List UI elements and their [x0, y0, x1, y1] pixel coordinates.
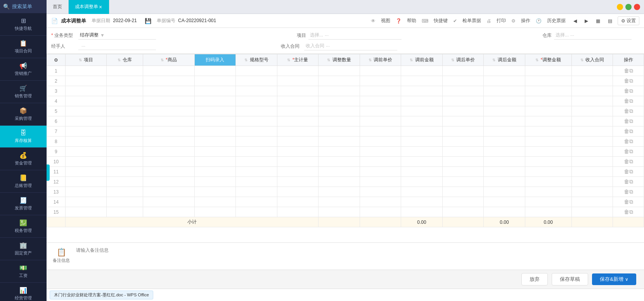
table-cell[interactable]	[277, 116, 319, 126]
table-cell[interactable]	[360, 76, 401, 86]
table-cell[interactable]	[277, 167, 319, 177]
copy-icon[interactable]: ⧉	[629, 158, 633, 164]
window-maximize[interactable]	[625, 4, 632, 10]
delete-icon[interactable]: 🗑	[624, 118, 629, 124]
table-cell[interactable]	[442, 96, 484, 106]
table-cell[interactable]	[319, 106, 360, 116]
table-cell[interactable]	[484, 167, 525, 177]
table-cell[interactable]	[236, 76, 277, 86]
discard-button[interactable]: 放弃	[521, 273, 548, 285]
delete-icon[interactable]: 🗑	[624, 189, 629, 195]
sidebar-item-fixed-assets[interactable]: 🏢 固定资产	[0, 238, 47, 260]
table-cell[interactable]	[65, 126, 107, 137]
delete-icon[interactable]: 🗑	[624, 148, 629, 154]
shortcut-btn[interactable]: 快捷键	[431, 17, 450, 25]
table-cell[interactable]	[571, 187, 613, 197]
table-cell[interactable]	[194, 207, 236, 217]
delete-icon[interactable]: 🗑	[624, 88, 629, 94]
table-cell[interactable]	[571, 66, 613, 76]
sidebar-item-project-contract[interactable]: 📋 项目合同	[0, 36, 47, 58]
table-cell[interactable]	[65, 76, 107, 86]
delete-icon[interactable]: 🗑	[624, 178, 629, 185]
tab-home[interactable]: 首页	[47, 0, 69, 14]
table-cell[interactable]	[442, 187, 484, 197]
sidebar-ear[interactable]	[47, 164, 50, 181]
table-cell[interactable]	[107, 86, 143, 96]
table-cell[interactable]	[571, 76, 613, 86]
copy-icon[interactable]: ⧉	[629, 108, 633, 114]
delete-icon[interactable]: 🗑	[624, 128, 629, 134]
col-header-spec[interactable]: ⇅ 规格型号	[236, 54, 277, 66]
table-cell[interactable]	[65, 106, 107, 116]
table-cell[interactable]	[484, 207, 525, 217]
table-cell[interactable]	[143, 177, 194, 187]
table-cell[interactable]	[236, 147, 277, 157]
table-cell[interactable]	[525, 147, 571, 157]
copy-icon[interactable]: ⧉	[629, 178, 633, 185]
income-contract-field[interactable]: 收入合同 ···	[304, 42, 397, 50]
sidebar-item-ops-mgmt[interactable]: 📊 经营管理	[0, 283, 47, 301]
table-cell[interactable]	[236, 86, 277, 96]
table-cell[interactable]	[401, 187, 443, 197]
table-cell[interactable]	[442, 207, 484, 217]
sidebar-item-salary[interactable]: 💵 工资	[0, 260, 47, 283]
table-cell[interactable]	[360, 147, 401, 157]
table-cell[interactable]	[65, 86, 107, 96]
table-cell[interactable]	[236, 116, 277, 126]
table-cell[interactable]	[319, 147, 360, 157]
table-cell[interactable]	[194, 96, 236, 106]
table-cell[interactable]	[319, 167, 360, 177]
table-cell[interactable]	[65, 137, 107, 147]
table-cell[interactable]	[319, 137, 360, 147]
table-cell[interactable]	[319, 187, 360, 197]
table-cell[interactable]	[277, 86, 319, 96]
table-cell[interactable]	[107, 66, 143, 76]
table-cell[interactable]	[236, 207, 277, 217]
table-cell[interactable]	[107, 207, 143, 217]
table-cell[interactable]	[65, 167, 107, 177]
table-cell[interactable]	[571, 207, 613, 217]
table-cell[interactable]	[236, 167, 277, 177]
table-cell[interactable]	[194, 137, 236, 147]
table-cell[interactable]	[236, 96, 277, 106]
table-cell[interactable]	[319, 197, 360, 207]
table-cell[interactable]	[107, 167, 143, 177]
table-cell[interactable]	[319, 157, 360, 167]
tab-close-button[interactable]: ×	[98, 4, 103, 10]
table-cell[interactable]	[236, 106, 277, 116]
table-cell[interactable]	[319, 76, 360, 86]
help-btn[interactable]: 帮助	[405, 17, 419, 25]
copy-icon[interactable]: ⧉	[629, 67, 633, 74]
table-cell[interactable]	[107, 157, 143, 167]
table-cell[interactable]	[143, 187, 194, 197]
table-cell[interactable]	[360, 86, 401, 96]
table-cell[interactable]	[107, 147, 143, 157]
table-cell[interactable]	[319, 86, 360, 96]
table-cell[interactable]	[525, 116, 571, 126]
col-header-unit[interactable]: ⇅ *主计量	[277, 54, 319, 66]
table-cell[interactable]	[194, 86, 236, 96]
table-cell[interactable]	[65, 116, 107, 126]
table-cell[interactable]	[277, 207, 319, 217]
table-cell[interactable]	[442, 167, 484, 177]
copy-icon[interactable]: ⧉	[629, 199, 633, 205]
table-cell[interactable]	[442, 157, 484, 167]
table-cell[interactable]	[442, 106, 484, 116]
table-cell[interactable]	[484, 106, 525, 116]
col-header-settings[interactable]: ⚙	[47, 54, 66, 66]
table-cell[interactable]	[401, 197, 443, 207]
table-cell[interactable]	[360, 126, 401, 137]
table-cell[interactable]	[360, 96, 401, 106]
window-minimize[interactable]	[617, 4, 623, 10]
table-cell[interactable]	[484, 86, 525, 96]
table-cell[interactable]	[525, 86, 571, 96]
table-cell[interactable]	[401, 147, 443, 157]
copy-icon[interactable]: ⧉	[629, 88, 633, 94]
table-cell[interactable]	[107, 187, 143, 197]
delete-icon[interactable]: 🗑	[624, 108, 629, 114]
save-draft-button[interactable]: 保存草稿	[552, 273, 588, 285]
copy-icon[interactable]: ⧉	[629, 138, 633, 144]
table-cell[interactable]	[401, 86, 443, 96]
table-cell[interactable]	[319, 207, 360, 217]
review-btn[interactable]: 检单票据	[460, 17, 483, 25]
